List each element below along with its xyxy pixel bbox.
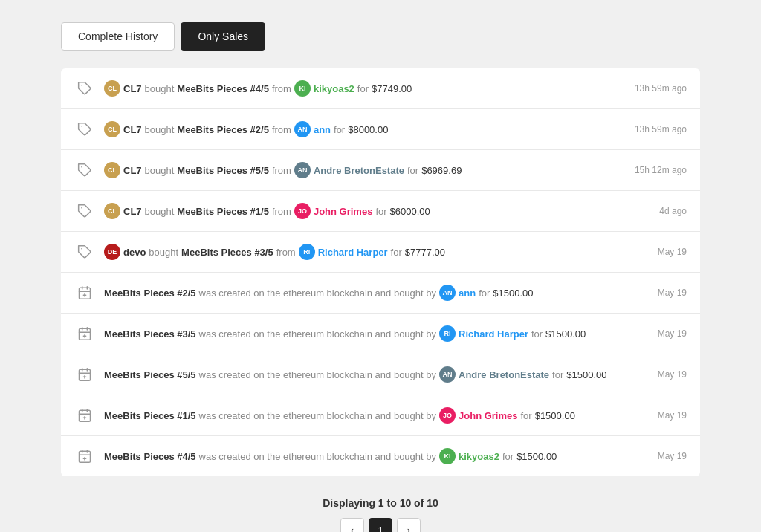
- svg-rect-17: [80, 369, 91, 380]
- item-content: CL CL7 bought MeeBits Pieces #2/5 from A…: [104, 121, 614, 137]
- item-name[interactable]: MeeBits Pieces #4/5: [104, 451, 196, 462]
- buyer-name[interactable]: ann: [459, 288, 476, 299]
- timestamp: 4d ago: [647, 206, 687, 216]
- sale-icon: [74, 78, 95, 99]
- item-name[interactable]: MeeBits Pieces #5/5: [104, 369, 196, 380]
- sale-icon: [74, 119, 95, 140]
- actor-name[interactable]: CL7: [123, 165, 142, 176]
- price: $8000.00: [348, 124, 388, 135]
- timestamp: May 19: [646, 328, 687, 339]
- svg-rect-29: [80, 451, 91, 462]
- sale-icon: [74, 201, 95, 221]
- page-container: Complete History Only Sales CL CL7 bough…: [46, 0, 715, 532]
- svg-rect-23: [80, 410, 91, 421]
- mint-icon: [74, 446, 95, 467]
- actor-name[interactable]: CL7: [123, 124, 142, 135]
- pagination-controls: ‹ 1 ›: [61, 518, 700, 532]
- price: $1500.00: [566, 369, 606, 380]
- mint-icon: [74, 364, 95, 385]
- sale-icon: [74, 241, 95, 262]
- price: $6000.00: [390, 206, 430, 217]
- item-content: CL CL7 bought MeeBits Pieces #1/5 from J…: [104, 203, 638, 219]
- price: $1500.00: [516, 451, 557, 462]
- pagination-info: Displaying 1 to 10 of 10: [61, 497, 700, 509]
- item-name[interactable]: MeeBits Pieces #1/5: [104, 410, 196, 421]
- item-content: MeeBits Pieces #5/5 was created on the e…: [104, 366, 637, 383]
- item-name[interactable]: MeeBits Pieces #4/5: [177, 83, 269, 94]
- price: $1500.00: [493, 288, 533, 299]
- item-content: MeeBits Pieces #1/5 was created on the e…: [104, 407, 637, 424]
- item-content: MeeBits Pieces #2/5 was created on the e…: [104, 285, 637, 301]
- svg-rect-5: [80, 288, 91, 299]
- timestamp: May 19: [646, 288, 687, 298]
- seller-name[interactable]: Andre BretonEstate: [314, 165, 404, 176]
- buyer-name[interactable]: Richard Harper: [459, 328, 528, 340]
- list-item: MeeBits Pieces #4/5 was created on the e…: [61, 436, 700, 476]
- item-content: CL CL7 bought MeeBits Pieces #5/5 from A…: [104, 162, 614, 178]
- list-item: CL CL7 bought MeeBits Pieces #2/5 from A…: [61, 109, 700, 150]
- list-item: CL CL7 bought MeeBits Pieces #4/5 from K…: [61, 68, 700, 109]
- list-item: DE devo bought MeeBits Pieces #3/5 from …: [61, 232, 700, 273]
- price: $1500.00: [545, 328, 586, 340]
- item-name[interactable]: MeeBits Pieces #5/5: [177, 165, 269, 176]
- item-name[interactable]: MeeBits Pieces #2/5: [177, 124, 269, 135]
- list-item: MeeBits Pieces #3/5 was created on the e…: [61, 314, 700, 354]
- price: $7749.00: [372, 83, 412, 94]
- mint-icon: [74, 405, 95, 426]
- item-content: DE devo bought MeeBits Pieces #3/5 from …: [104, 244, 637, 260]
- list-item: MeeBits Pieces #1/5 was created on the e…: [61, 395, 700, 436]
- sale-icon: [74, 160, 95, 181]
- list-item: CL CL7 bought MeeBits Pieces #1/5 from J…: [61, 191, 700, 232]
- list-item: MeeBits Pieces #5/5 was created on the e…: [61, 354, 700, 395]
- tab-only-sales[interactable]: Only Sales: [181, 22, 265, 51]
- item-name[interactable]: MeeBits Pieces #1/5: [177, 206, 269, 217]
- item-name[interactable]: MeeBits Pieces #3/5: [181, 247, 273, 258]
- buyer-name[interactable]: kikyoas2: [459, 451, 499, 462]
- item-content: MeeBits Pieces #3/5 was created on the e…: [104, 325, 637, 342]
- timestamp: May 19: [646, 369, 687, 380]
- timestamp: 15h 12m ago: [623, 165, 687, 175]
- timestamp: May 19: [646, 410, 687, 421]
- price: $6969.69: [421, 165, 462, 176]
- actor-name[interactable]: CL7: [123, 206, 142, 217]
- tab-bar: Complete History Only Sales: [61, 22, 700, 51]
- price: $1500.00: [535, 410, 575, 421]
- tab-complete-history[interactable]: Complete History: [61, 22, 175, 51]
- price: $7777.00: [405, 247, 445, 258]
- item-name[interactable]: MeeBits Pieces #2/5: [104, 288, 196, 299]
- seller-name[interactable]: ann: [314, 124, 331, 135]
- pagination-area: Displaying 1 to 10 of 10 ‹ 1 ›: [61, 497, 700, 532]
- actor-name[interactable]: CL7: [123, 83, 142, 94]
- prev-page-button[interactable]: ‹: [340, 518, 364, 532]
- next-page-button[interactable]: ›: [397, 518, 421, 532]
- mint-icon: [74, 323, 95, 344]
- page-1-button[interactable]: 1: [369, 518, 392, 532]
- timestamp: May 19: [646, 247, 687, 257]
- svg-rect-11: [80, 328, 91, 340]
- timestamp: 13h 59m ago: [623, 124, 687, 134]
- history-list: CL CL7 bought MeeBits Pieces #4/5 from K…: [61, 68, 700, 476]
- buyer-name[interactable]: Andre BretonEstate: [459, 369, 549, 380]
- buyer-name[interactable]: John Grimes: [459, 410, 517, 421]
- seller-name[interactable]: Richard Harper: [318, 247, 388, 258]
- seller-name[interactable]: kikyoas2: [314, 83, 354, 94]
- timestamp: 13h 59m ago: [623, 83, 687, 94]
- timestamp: May 19: [646, 451, 687, 461]
- item-content: MeeBits Pieces #4/5 was created on the e…: [104, 448, 637, 464]
- list-item: CL CL7 bought MeeBits Pieces #5/5 from A…: [61, 150, 700, 191]
- actor-name[interactable]: devo: [123, 247, 146, 258]
- item-name[interactable]: MeeBits Pieces #3/5: [104, 328, 196, 340]
- list-item: MeeBits Pieces #2/5 was created on the e…: [61, 273, 700, 314]
- item-content: CL CL7 bought MeeBits Pieces #4/5 from K…: [104, 80, 614, 97]
- mint-icon: [74, 282, 95, 303]
- seller-name[interactable]: John Grimes: [314, 206, 372, 217]
